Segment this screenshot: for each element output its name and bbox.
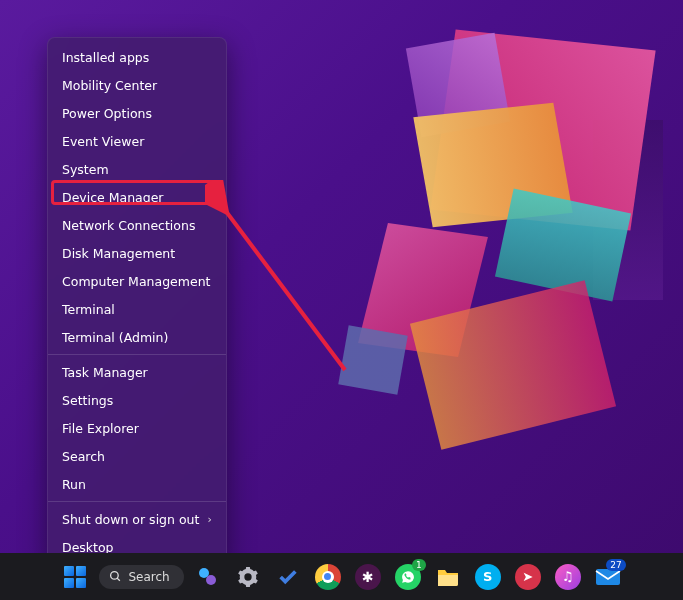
menu-item-search[interactable]: Search [48, 442, 226, 470]
menu-item-label: Power Options [62, 106, 152, 121]
menu-item-label: File Explorer [62, 421, 139, 436]
menu-item-label: Disk Management [62, 246, 175, 261]
taskbar-todo[interactable] [272, 561, 304, 593]
menu-item-system[interactable]: System [48, 155, 226, 183]
menu-item-mobility-center[interactable]: Mobility Center [48, 71, 226, 99]
menu-item-label: Task Manager [62, 365, 148, 380]
menu-item-task-manager[interactable]: Task Manager [48, 358, 226, 386]
menu-item-network-connections[interactable]: Network Connections [48, 211, 226, 239]
menu-item-label: Terminal [62, 302, 115, 317]
taskbar-chrome[interactable] [312, 561, 344, 593]
taskbar-whatsapp[interactable]: 1 [392, 561, 424, 593]
menu-item-device-manager[interactable]: Device Manager [48, 183, 226, 211]
taskbar-skype[interactable]: S [472, 561, 504, 593]
menu-item-shutdown[interactable]: Shut down or sign out › [48, 505, 226, 533]
taskbar-copilot[interactable] [192, 561, 224, 593]
svg-point-1 [111, 572, 119, 580]
menu-item-run[interactable]: Run [48, 470, 226, 498]
taskbar-file-explorer[interactable] [432, 561, 464, 593]
menu-item-label: Shut down or sign out [62, 512, 199, 527]
menu-item-settings[interactable]: Settings [48, 386, 226, 414]
music-icon: ♫ [555, 564, 581, 590]
taskbar-app-round[interactable]: ➤ [512, 561, 544, 593]
chrome-icon [315, 564, 341, 590]
start-button[interactable] [59, 561, 91, 593]
menu-item-event-viewer[interactable]: Event Viewer [48, 127, 226, 155]
gear-icon [237, 566, 259, 588]
menu-item-file-explorer[interactable]: File Explorer [48, 414, 226, 442]
taskbar-mail[interactable]: 27 [592, 561, 624, 593]
menu-separator [48, 501, 226, 502]
menu-item-label: Computer Management [62, 274, 210, 289]
slack-icon: ✱ [355, 564, 381, 590]
menu-item-label: Event Viewer [62, 134, 144, 149]
menu-item-terminal[interactable]: Terminal [48, 295, 226, 323]
menu-separator [48, 354, 226, 355]
search-icon [109, 570, 122, 583]
check-icon [277, 566, 299, 588]
taskbar-itunes[interactable]: ♫ [552, 561, 584, 593]
skype-icon: S [475, 564, 501, 590]
chevron-right-icon: › [208, 513, 212, 526]
svg-line-2 [118, 578, 121, 581]
windows-icon [64, 566, 86, 588]
menu-item-computer-management[interactable]: Computer Management [48, 267, 226, 295]
menu-item-terminal-admin[interactable]: Terminal (Admin) [48, 323, 226, 351]
menu-item-label: Terminal (Admin) [62, 330, 168, 345]
taskbar: Search ✱ 1 S ➤ ♫ 27 [0, 553, 683, 600]
taskbar-settings[interactable] [232, 561, 264, 593]
menu-item-power-options[interactable]: Power Options [48, 99, 226, 127]
svg-rect-5 [596, 569, 620, 585]
notification-badge: 1 [412, 559, 426, 571]
menu-item-label: Mobility Center [62, 78, 157, 93]
taskbar-slack[interactable]: ✱ [352, 561, 384, 593]
search-label: Search [128, 570, 169, 584]
notification-badge: 27 [606, 559, 625, 571]
menu-item-label: Network Connections [62, 218, 195, 233]
copilot-icon [196, 565, 220, 589]
app-icon: ➤ [515, 564, 541, 590]
menu-item-installed-apps[interactable]: Installed apps [48, 43, 226, 71]
taskbar-search[interactable]: Search [99, 565, 183, 589]
menu-item-label: Run [62, 477, 86, 492]
folder-icon [436, 566, 460, 588]
svg-point-4 [206, 575, 216, 585]
menu-item-label: Device Manager [62, 190, 164, 205]
menu-item-label: Search [62, 449, 105, 464]
winx-context-menu: Installed apps Mobility Center Power Opt… [47, 37, 227, 567]
menu-item-label: Installed apps [62, 50, 149, 65]
menu-item-label: System [62, 162, 109, 177]
menu-item-label: Settings [62, 393, 113, 408]
menu-item-disk-management[interactable]: Disk Management [48, 239, 226, 267]
